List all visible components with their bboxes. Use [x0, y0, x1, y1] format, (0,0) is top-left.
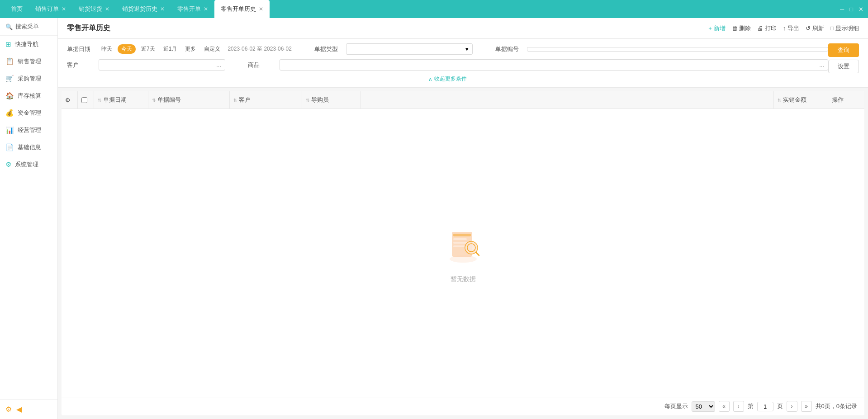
sidebar-item-sales-mgmt[interactable]: 📋 销售管理 [0, 53, 57, 70]
sidebar-item-quick-nav-label: 快捷导航 [15, 40, 38, 48]
svg-line-8 [476, 252, 479, 255]
tab-retail-open[interactable]: 零售开单 ✕ [171, 0, 214, 18]
delete-button[interactable]: 🗑 删除 [732, 24, 751, 33]
display-detail-label: □ 显示明细 [830, 24, 859, 33]
tab-sales-order-label: 销售订单 [35, 5, 59, 13]
sidebar-item-inventory-label: 库存核算 [18, 92, 41, 100]
last1month-btn[interactable]: 近1月 [161, 44, 180, 54]
refresh-button[interactable]: ↺ 刷新 [806, 24, 824, 33]
per-page-select[interactable]: 50 100 200 [692, 401, 715, 412]
first-page-btn[interactable]: « [719, 401, 730, 412]
sidebar-search-label: 搜索采单 [15, 23, 39, 31]
sidebar-item-system[interactable]: ⚙ 系统管理 [0, 156, 57, 173]
sidebar-item-operations-label: 经营管理 [18, 126, 41, 134]
filter-fields: 单据日期 昨天 今天 近7天 近1月 更多 自定义 2023-06-02 至 2… [67, 43, 828, 83]
th-operation-label: 操作 [832, 96, 844, 104]
export-button[interactable]: ↑ 导出 [783, 24, 799, 33]
next-page-btn[interactable]: › [787, 401, 797, 412]
th-settings[interactable]: ⚙ [62, 91, 78, 108]
display-detail-button[interactable]: □ 显示明细 [830, 24, 859, 33]
tab-retail-history-close[interactable]: ✕ [259, 6, 263, 12]
th-actual-amount[interactable]: ⇅ 实销金额 [774, 91, 828, 108]
tab-retail-open-label: 零售开单 [177, 5, 201, 13]
th-guide[interactable]: ⇅ 导购员 [302, 91, 361, 108]
empty-text: 暂无数据 [451, 275, 476, 283]
customer-ellipsis[interactable]: ... [216, 61, 221, 68]
sidebar-item-purchase-mgmt[interactable]: 🛒 采购管理 [0, 70, 57, 87]
goods-ellipsis[interactable]: ... [819, 61, 824, 68]
operations-icon: 📊 [5, 126, 14, 134]
pagination: 每页显示 50 100 200 « ‹ 第 页 › » 共0页，0条记录 [62, 397, 864, 415]
print-label: 🖨 打印 [757, 24, 777, 33]
th-actual-amount-label: 实销金额 [783, 96, 806, 104]
th-bill-date[interactable]: ⇅ 单据日期 [94, 91, 148, 108]
sidebar-item-basic-info[interactable]: 📄 基础信息 [0, 139, 57, 156]
bill-type-label: 单据类型 [314, 45, 342, 53]
sidebar-item-basic-info-label: 基础信息 [18, 143, 41, 151]
window-close[interactable]: ✕ [859, 6, 863, 13]
date-shortcuts: 昨天 今天 近7天 近1月 更多 自定义 [99, 44, 223, 54]
bill-type-select[interactable]: ▾ [346, 43, 473, 55]
window-minimize[interactable]: ─ [840, 6, 844, 13]
add-button[interactable]: + 新增 [708, 24, 725, 33]
th-customer-label: 客户 [239, 96, 251, 104]
goods-input[interactable]: ... [280, 59, 828, 71]
tab-sales-order[interactable]: 销售订单 ✕ [29, 0, 72, 18]
empty-state: 暂无数据 [62, 109, 864, 397]
delete-label: 🗑 删除 [732, 24, 751, 33]
table-header: ⚙ ⇅ 单据日期 ⇅ 单据编号 ⇅ 客户 ⇅ [62, 91, 864, 109]
select-all-checkbox[interactable] [81, 97, 87, 103]
more-btn[interactable]: 更多 [182, 44, 199, 54]
sidebar-search[interactable]: 🔍 搜索采单 [0, 18, 57, 36]
print-button[interactable]: 🖨 打印 [757, 24, 777, 33]
last7days-btn[interactable]: 近7天 [138, 44, 158, 54]
today-btn[interactable]: 今天 [118, 44, 136, 54]
tab-retail-history[interactable]: 零售开单历史 ✕ [214, 0, 270, 18]
sort-icon-3: ⇅ [233, 98, 237, 103]
tab-sales-return-history[interactable]: 销货退货历史 ✕ [116, 0, 171, 18]
sidebar-item-inventory[interactable]: 🏠 库存核算 [0, 87, 57, 104]
filter-settings-button[interactable]: 设置 [828, 60, 859, 73]
th-bill-no[interactable]: ⇅ 单据编号 [148, 91, 230, 108]
date-label: 单据日期 [67, 45, 94, 53]
inventory-icon: 🏠 [5, 92, 14, 100]
customer-input[interactable]: ... [99, 59, 225, 71]
sidebar-item-operations[interactable]: 📊 经营管理 [0, 122, 57, 139]
total-label: 共0页，0条记录 [816, 402, 857, 410]
sort-icon-2: ⇅ [152, 98, 156, 103]
sidebar-item-finance-label: 资金管理 [18, 109, 41, 117]
last-page-btn[interactable]: » [801, 401, 812, 412]
sidebar-item-quick-nav[interactable]: ⊞ 快捷导航 [0, 36, 57, 53]
tab-sales-order-close[interactable]: ✕ [62, 6, 66, 12]
th-checkbox[interactable] [78, 91, 94, 108]
tab-sales-return[interactable]: 销货退货 ✕ [72, 0, 116, 18]
prev-page-btn[interactable]: ‹ [733, 401, 744, 412]
svg-rect-5 [453, 245, 465, 247]
current-page-input[interactable] [757, 402, 773, 411]
collapse-row[interactable]: ∧ 收起更多条件 [67, 75, 828, 83]
svg-rect-2 [453, 234, 471, 236]
sidebar-item-system-label: 系统管理 [15, 160, 38, 169]
tab-sales-return-close[interactable]: ✕ [105, 6, 109, 12]
th-bill-no-label: 单据编号 [157, 96, 181, 104]
column-settings-icon[interactable]: ⚙ [65, 97, 71, 104]
settings-icon[interactable]: ⚙ [5, 405, 12, 414]
filter-section: 单据日期 昨天 今天 近7天 近1月 更多 自定义 2023-06-02 至 2… [67, 43, 859, 83]
search-icon: 🔍 [5, 24, 13, 30]
bill-no-input[interactable] [527, 47, 828, 52]
tab-retail-open-close[interactable]: ✕ [204, 6, 208, 12]
sidebar-item-finance[interactable]: 💰 资金管理 [0, 104, 57, 122]
empty-illustration [441, 223, 486, 268]
tab-sales-return-history-label: 销货退货历史 [122, 5, 157, 13]
th-customer[interactable]: ⇅ 客户 [230, 91, 302, 108]
custom-btn[interactable]: 自定义 [201, 44, 223, 54]
query-button[interactable]: 查询 [828, 43, 859, 57]
sidebar: 🔍 搜索采单 ⊞ 快捷导航 📋 销售管理 🛒 采购管理 🏠 库存核算 💰 资金管… [0, 18, 58, 419]
tab-sales-return-history-close[interactable]: ✕ [160, 6, 165, 12]
page-unit-label: 页 [777, 402, 783, 410]
collapse-sidebar-icon[interactable]: ◀ [16, 405, 22, 414]
yesterday-btn[interactable]: 昨天 [99, 44, 115, 54]
purchase-mgmt-icon: 🛒 [5, 75, 14, 83]
tab-home[interactable]: 首页 [5, 0, 29, 18]
window-maximize[interactable]: □ [849, 6, 853, 13]
